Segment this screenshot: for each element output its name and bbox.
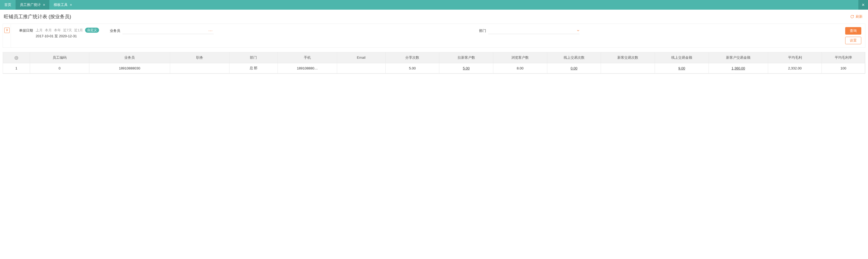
col-email[interactable]: Email [337, 52, 385, 63]
table-row[interactable]: 1 0 18910888030 总 部 189108880… 5.00 5.00… [3, 63, 865, 73]
col-sales[interactable]: 业务员 [89, 52, 170, 63]
filter-actions: 查询 设置 [841, 24, 865, 47]
cell-index: 1 [3, 63, 30, 73]
filter-sales-group: 业务员 ··· [110, 28, 468, 34]
cell-new-tx-cnt [601, 63, 655, 73]
date-quick-last-1m[interactable]: 近1月 [74, 28, 83, 33]
col-avggpr[interactable]: 平均毛利率 [822, 52, 865, 63]
column-settings-header[interactable] [3, 52, 30, 63]
col-newcust[interactable]: 拉新客户数 [439, 52, 493, 63]
col-job[interactable]: 职务 [170, 52, 229, 63]
filter-panel: 单据日期 上月 本月 本年 近7天 近1月 自定义 2017-10-01 至 2… [3, 24, 865, 48]
col-newtxamt[interactable]: 新客户交易金额 [709, 52, 768, 63]
date-quick-custom[interactable]: 自定义 [85, 28, 99, 33]
gear-icon [14, 56, 18, 60]
tab-label: 员工推广统计 [20, 2, 41, 7]
chevron-right-icon [6, 29, 8, 32]
cell-phone: 189108880… [278, 63, 337, 73]
dept-input[interactable] [488, 28, 580, 34]
cell-email [337, 63, 385, 73]
tab-label: 模板工具 [54, 2, 68, 7]
date-quick-last-month[interactable]: 上月 [36, 28, 43, 33]
cell-new-cust[interactable]: 5.00 [439, 63, 493, 73]
filter-date-label: 单据日期 [19, 28, 33, 33]
col-emp-code[interactable]: 员工编码 [30, 52, 89, 63]
refresh-icon [850, 15, 854, 19]
collapse-button[interactable] [4, 28, 10, 33]
table-container: 员工编码 业务员 职务 部门 手机 Email 分享次数 拉新客户数 浏览客户数… [3, 52, 865, 74]
filter-sales-label: 业务员 [110, 28, 120, 33]
filter-collapse-area [3, 24, 11, 47]
settings-button[interactable]: 设置 [845, 37, 861, 44]
col-phone[interactable]: 手机 [278, 52, 337, 63]
tab-promotion-stats[interactable]: 员工推广统计 × [16, 0, 50, 10]
cell-new-tx-amt[interactable]: 1,360.00 [709, 63, 768, 73]
cell-emp-code: 0 [30, 63, 89, 73]
cell-sales: 18910888030 [89, 63, 170, 73]
col-newtxcnt[interactable]: 新客交易次数 [601, 52, 655, 63]
cell-avg-gp-rate: 100 [822, 63, 865, 73]
tab-bar-close-button[interactable]: × [858, 0, 868, 10]
tab-template-tools[interactable]: 模板工具 × [50, 0, 76, 10]
cell-online-tx-amt[interactable]: 9.00 [655, 63, 709, 73]
cell-online-tx-cnt[interactable]: 0.00 [547, 63, 601, 73]
more-icon[interactable]: ··· [208, 28, 213, 33]
filter-dept-label: 部门 [479, 28, 486, 33]
sales-input[interactable] [122, 28, 214, 34]
date-range-text[interactable]: 2017-10-01 至 2020-12-31 [36, 34, 99, 39]
filter-date-group: 单据日期 上月 本月 本年 近7天 近1月 自定义 2017-10-01 至 2… [19, 28, 99, 39]
close-icon[interactable]: × [43, 3, 45, 7]
tab-bar: 首页 员工推广统计 × 模板工具 × × [0, 0, 868, 10]
col-onlineamt[interactable]: 线上交易金额 [655, 52, 709, 63]
col-dept[interactable]: 部门 [229, 52, 278, 63]
data-table: 员工编码 业务员 职务 部门 手机 Email 分享次数 拉新客户数 浏览客户数… [3, 52, 865, 73]
refresh-button[interactable]: 刷新 [850, 14, 863, 19]
col-onlinecnt[interactable]: 线上交易次数 [547, 52, 601, 63]
refresh-label: 刷新 [856, 14, 863, 19]
table-header-row: 员工编码 业务员 职务 部门 手机 Email 分享次数 拉新客户数 浏览客户数… [3, 52, 865, 63]
svg-point-0 [16, 57, 17, 59]
cell-dept: 总 部 [229, 63, 278, 73]
cell-avg-gp: 2,332.00 [768, 63, 822, 73]
col-avggp[interactable]: 平均毛利 [768, 52, 822, 63]
cell-job [170, 63, 229, 73]
tab-home-label: 首页 [4, 2, 11, 7]
date-quick-last-7d[interactable]: 近7天 [63, 28, 72, 33]
close-icon[interactable]: × [70, 3, 72, 7]
page-title: 旺铺员工推广统计表 (按业务员) [4, 13, 71, 20]
filter-date-values: 上月 本月 本年 近7天 近1月 自定义 2017-10-01 至 2020-1… [36, 28, 99, 39]
date-quick-row: 上月 本月 本年 近7天 近1月 自定义 [36, 28, 99, 33]
filter-dept-group: 部门 [479, 28, 838, 34]
filter-body: 单据日期 上月 本月 本年 近7天 近1月 自定义 2017-10-01 至 2… [11, 24, 841, 47]
col-browse[interactable]: 浏览客户数 [493, 52, 547, 63]
date-quick-this-month[interactable]: 本月 [45, 28, 52, 33]
cell-browse: 8.00 [493, 63, 547, 73]
page-header: 旺铺员工推广统计表 (按业务员) 刷新 [0, 10, 868, 24]
query-button[interactable]: 查询 [845, 27, 861, 35]
cell-share: 5.00 [385, 63, 439, 73]
tab-home[interactable]: 首页 [0, 0, 16, 10]
date-quick-this-year[interactable]: 本年 [54, 28, 61, 33]
chevron-down-icon[interactable] [576, 29, 580, 33]
close-icon: × [862, 2, 865, 8]
col-share[interactable]: 分享次数 [385, 52, 439, 63]
